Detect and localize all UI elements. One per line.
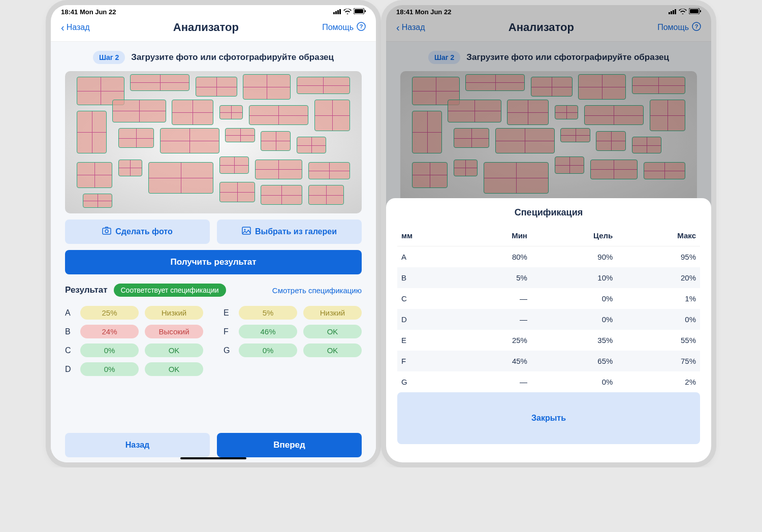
step-badge: Шаг 2	[93, 51, 125, 64]
signal-icon	[333, 8, 341, 16]
svg-rect-18	[690, 9, 698, 13]
sheet-title: Спецификация	[397, 207, 700, 218]
footer-nav: Назад Вперед	[65, 433, 362, 457]
status-bar: 18:41 Mon Jun 22	[51, 5, 376, 17]
svg-rect-3	[339, 9, 341, 14]
result-value: 25%	[80, 306, 139, 320]
step-row: Шаг 2 Загрузите фото или сфотографируйте…	[65, 51, 362, 64]
spec-min: 80%	[458, 246, 531, 268]
tablet-main: 18:41 Mon Jun 22 ‹ Назад Анализатор Помо…	[51, 5, 376, 462]
spec-max: 20%	[617, 267, 700, 288]
spec-label: C	[397, 288, 458, 309]
sample-image[interactable]	[65, 71, 362, 213]
table-row: F45%65%75%	[397, 351, 700, 371]
svg-point-12	[244, 229, 245, 231]
help-icon: ?	[357, 22, 366, 33]
result-label: D	[65, 365, 74, 374]
spec-label: D	[397, 309, 458, 330]
result-header: Результат Соответствует спецификации Смо…	[65, 284, 362, 297]
result-title: Результат	[65, 285, 108, 295]
step-row: Шаг 2 Загрузите фото или сфотографируйте…	[400, 51, 697, 64]
result-label: B	[65, 327, 74, 336]
nav-help-button[interactable]: Помощь ?	[322, 22, 366, 33]
spec-max: 55%	[617, 330, 700, 351]
svg-rect-13	[669, 12, 670, 14]
result-row: F46%OK	[224, 325, 362, 338]
spec-min: —	[458, 288, 531, 309]
spec-max: 0%	[617, 309, 700, 330]
sample-image[interactable]	[400, 71, 697, 213]
spec-max: 2%	[617, 371, 700, 392]
result-row: A25%Низкий	[65, 306, 203, 320]
result-row: G0%OK	[224, 343, 362, 357]
view-spec-link[interactable]: Смотреть спецификацию	[272, 286, 362, 295]
battery-icon	[689, 8, 701, 16]
nav-back-label: Назад	[67, 23, 90, 32]
svg-rect-19	[700, 10, 701, 12]
signal-icon	[669, 8, 677, 16]
result-value: 0%	[239, 343, 297, 357]
chevron-left-icon: ‹	[396, 22, 400, 33]
step-text: Загрузите фото или сфотографируйте образ…	[466, 52, 669, 62]
col-unit: мм	[397, 225, 458, 246]
step-badge: Шаг 2	[428, 51, 460, 64]
spec-min: —	[458, 371, 531, 392]
svg-rect-2	[337, 10, 339, 14]
spec-target: 0%	[531, 371, 617, 392]
gallery-button[interactable]: Выбрать из галереи	[217, 220, 362, 244]
tablet-spec-sheet: 18:41 Mon Jun 22 ‹ Назад Анализатор Помо…	[386, 5, 711, 462]
result-value: 0%	[80, 343, 139, 357]
svg-rect-1	[335, 11, 337, 14]
spec-min: 25%	[458, 330, 531, 351]
svg-rect-14	[671, 11, 672, 14]
match-badge: Соответствует спецификации	[114, 284, 226, 297]
page-title: Анализатор	[509, 21, 574, 34]
table-row: B5%10%20%	[397, 267, 700, 288]
result-row: C0%OK	[65, 343, 203, 357]
spec-label: G	[397, 371, 458, 392]
svg-text:?: ?	[360, 23, 363, 29]
camera-icon	[102, 227, 111, 237]
nav-back-button[interactable]: ‹ Назад	[396, 22, 425, 33]
take-photo-button[interactable]: Сделать фото	[65, 220, 210, 244]
status-time: 18:41 Mon Jun 22	[61, 8, 116, 16]
svg-rect-0	[333, 12, 335, 14]
spec-min: 5%	[458, 267, 531, 288]
result-status: OK	[145, 343, 203, 357]
wifi-icon	[679, 8, 687, 16]
gallery-icon	[242, 227, 251, 237]
table-row: E25%35%55%	[397, 330, 700, 351]
result-value: 24%	[80, 325, 139, 338]
spec-max: 95%	[617, 246, 700, 268]
get-result-button[interactable]: Получить результат	[65, 250, 362, 274]
take-photo-label: Сделать фото	[115, 227, 172, 236]
gallery-label: Выбрать из галереи	[255, 227, 337, 236]
svg-text:?: ?	[695, 23, 698, 29]
content: Шаг 2 Загрузите фото или сфотографируйте…	[51, 42, 376, 462]
result-label: F	[224, 327, 233, 336]
col-max: Макс	[617, 225, 700, 246]
footer-back-button[interactable]: Назад	[65, 433, 210, 457]
home-indicator[interactable]	[180, 457, 246, 459]
nav-help-label: Помощь	[657, 23, 689, 32]
col-min: Мин	[458, 225, 531, 246]
result-value: 0%	[80, 362, 139, 376]
nav-back-button[interactable]: ‹ Назад	[61, 22, 90, 33]
result-label: G	[224, 346, 233, 355]
close-sheet-button[interactable]: Закрыть	[397, 392, 700, 444]
result-row: B24%Высокий	[65, 325, 203, 338]
nav-bar: ‹ Назад Анализатор Помощь ?	[51, 17, 376, 42]
svg-rect-5	[355, 9, 363, 13]
nav-help-button[interactable]: Помощь ?	[657, 22, 701, 33]
result-status: Низкий	[145, 306, 203, 320]
status-bar: 18:41 Mon Jun 22	[386, 5, 711, 17]
help-icon: ?	[692, 22, 701, 33]
spec-label: E	[397, 330, 458, 351]
spec-label: F	[397, 351, 458, 371]
spec-max: 1%	[617, 288, 700, 309]
result-label: E	[224, 308, 233, 318]
svg-rect-15	[673, 10, 674, 14]
footer-forward-button[interactable]: Вперед	[217, 433, 362, 457]
svg-rect-9	[103, 228, 111, 234]
nav-help-label: Помощь	[322, 23, 354, 32]
